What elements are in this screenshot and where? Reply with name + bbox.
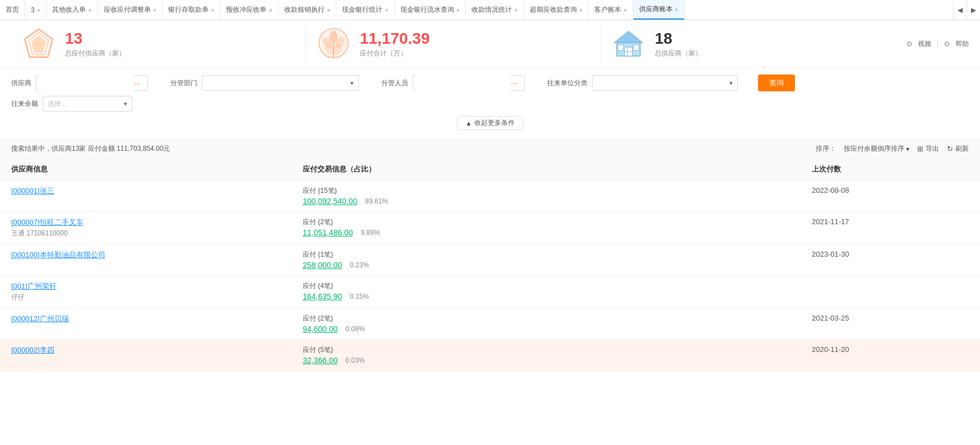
tab-close-btn[interactable]: × xyxy=(211,7,214,13)
nav-tab-overdue-ar[interactable]: 超期应收款查询× xyxy=(524,0,589,20)
payable-amount[interactable]: 94,600.00 xyxy=(303,325,338,333)
tab-close-btn[interactable]: × xyxy=(623,7,627,13)
nav-tab-bank-deposit[interactable]: 银行存取款单× xyxy=(163,0,220,20)
nav-tab-supplier-ledger[interactable]: 供应商账本× xyxy=(634,0,685,20)
nav-tab-label: 3 xyxy=(31,6,35,14)
payable-amount[interactable]: 11,051,486.00 xyxy=(303,228,353,237)
refresh-button[interactable]: ↻ 刷新 xyxy=(947,144,969,154)
table-row: [000002]李四 应付 (5笔) 32,366.00 0.03% 2020-… xyxy=(0,340,980,371)
table-row: [000012]广州贝瑞 应付 (2笔) 94,600.00 0.08% 202… xyxy=(0,308,980,340)
supplier-cell: [000007]恒旺二手叉车 王通 17106110000 xyxy=(11,217,303,238)
col-supplier-header: 供应商信息 xyxy=(11,164,303,174)
table-header: 供应商信息 应付交易信息（占比） 上次付数 xyxy=(0,159,980,180)
balance-select[interactable]: 选择... ▾ xyxy=(43,96,132,112)
supplier-cell: [001]广州荣轩 仔仔 xyxy=(11,281,303,302)
category-select[interactable]: ▾ xyxy=(592,75,738,91)
payable-cell: 应付 (2笔) 11,051,486.00 9.89% xyxy=(303,217,812,237)
supplier-link[interactable]: [000002]李四 xyxy=(11,346,54,354)
payable-percent: 0.03% xyxy=(345,356,364,364)
nav-tab-customer-ledger[interactable]: 客户账本× xyxy=(589,0,633,20)
stats-bar: 13 总应付供应商（家） 11,170.39 应付合计（万） xyxy=(0,20,980,68)
collapse-icon: ▲ xyxy=(465,119,472,127)
payable-cell: 应付 (4笔) 164,635.90 0.15% xyxy=(303,281,812,301)
supplier-dots[interactable]: ··· xyxy=(134,78,141,87)
filter-row-1: 供应商 ··· 分管部门 ▾ 分管人员 ··· 往来单位分类 xyxy=(11,75,969,91)
nav-tab-payment-verify[interactable]: 收款核销执行× xyxy=(279,0,336,20)
results-summary: 搜索结果中，供应商13家 应付金额 111,703,854.00元 xyxy=(11,144,170,154)
nav-tab-tab3[interactable]: 3× xyxy=(25,0,47,20)
payable-amount[interactable]: 32,366.00 xyxy=(303,356,338,365)
nav-tab-ar-ap-adjust[interactable]: 应收应付调整单× xyxy=(98,0,163,20)
category-arrow: ▾ xyxy=(729,80,733,87)
nav-tab-other-income[interactable]: 其他收入单× xyxy=(47,0,98,20)
col-payable-header: 应付交易信息（占比） xyxy=(303,164,812,174)
nav-tab-cash-stat[interactable]: 现金银行统计× xyxy=(336,0,394,20)
tab-close-btn[interactable]: × xyxy=(88,7,91,13)
refresh-icon: ↻ xyxy=(947,145,953,153)
filter-balance: 往来余额 选择... ▾ xyxy=(11,96,132,112)
tab-close-btn[interactable]: × xyxy=(514,7,517,13)
stat-payable-amount: 11,170.39 应付合计（万） xyxy=(306,27,601,61)
payable-count: (2笔) xyxy=(318,218,333,226)
payable-count: (2笔) xyxy=(318,314,333,322)
collapse-button[interactable]: ▲ 收起更多条件 xyxy=(457,116,523,130)
tab-close-btn[interactable]: × xyxy=(327,7,330,13)
tab-close-btn[interactable]: × xyxy=(269,7,272,13)
nav-tab-label: 供应商账本 xyxy=(639,4,673,14)
tab-close-btn[interactable]: × xyxy=(675,6,678,13)
person-input[interactable] xyxy=(415,75,511,91)
table-row: [000007]恒旺二手叉车 王通 17106110000 应付 (2笔) 11… xyxy=(0,212,980,244)
supplier-link[interactable]: [000001]张三 xyxy=(11,187,54,195)
supplier-link[interactable]: [000012]广州贝瑞 xyxy=(11,314,69,323)
filter-bar: 供应商 ··· 分管部门 ▾ 分管人员 ··· 往来单位分类 xyxy=(0,68,980,140)
last-pay-cell: 2021-11-17 xyxy=(812,217,969,226)
payable-amount[interactable]: 164,635.90 xyxy=(303,292,342,301)
tab-close-btn[interactable]: × xyxy=(37,7,40,13)
stat-total-suppliers-value: 18 xyxy=(655,29,702,48)
tab-close-btn[interactable]: × xyxy=(456,7,460,13)
supplier-cell: [000100]本特勤油品有限公司 xyxy=(11,250,303,260)
person-dots[interactable]: ··· xyxy=(511,78,517,87)
nav-tab-home[interactable]: 首页 xyxy=(0,0,25,20)
payable-count: (15笔) xyxy=(318,187,336,194)
nav-tab-label: 现金银行流水查询 xyxy=(400,5,454,15)
nav-tab-label: 客户账本 xyxy=(594,5,621,15)
stat-total-suppliers-content: 18 总供应商（家） xyxy=(655,29,702,59)
department-select[interactable]: ▾ xyxy=(202,75,359,91)
category-label: 往来单位分类 xyxy=(547,78,588,88)
supplier-input[interactable] xyxy=(39,75,134,91)
top-navigation: 首页3×其他收入单×应收应付调整单×银行存取款单×预收冲应收单×收款核销执行×现… xyxy=(0,0,980,20)
payable-label: 应付 (2笔) xyxy=(303,217,812,227)
export-label: 导出 xyxy=(926,144,939,154)
payable-label: 应付 (4笔) xyxy=(303,281,812,291)
tab-close-btn[interactable]: × xyxy=(385,7,388,13)
payable-percent: 0.23% xyxy=(350,261,369,269)
svg-rect-13 xyxy=(618,45,623,50)
nav-tab-cash-flow[interactable]: 现金银行流水查询× xyxy=(395,0,466,20)
video-link[interactable]: 视频 xyxy=(918,39,931,49)
supplier-link[interactable]: [000007]恒旺二手叉车 xyxy=(11,218,84,226)
payable-cell: 应付 (1笔) 258,000.00 0.23% xyxy=(303,250,812,270)
stat-payable-suppliers-label: 总应付供应商（家） xyxy=(65,49,126,58)
payable-label: 应付 (15笔) xyxy=(303,186,812,196)
export-button[interactable]: ⊞ 导出 xyxy=(917,144,939,154)
supplier-link[interactable]: [000100]本特勤油品有限公司 xyxy=(11,251,105,259)
grain-icon xyxy=(317,27,351,61)
nav-prev-button[interactable]: ◀ xyxy=(953,0,967,20)
nav-tab-pre-receive[interactable]: 预收冲应收单× xyxy=(220,0,278,20)
payable-amount[interactable]: 100,092,540.00 xyxy=(303,197,357,206)
sort-select[interactable]: 按应付余额倒序排序 ▾ xyxy=(844,144,909,154)
nav-tab-receipt-stat[interactable]: 收款情况统计× xyxy=(466,0,524,20)
payable-percent: 0.15% xyxy=(350,293,369,300)
search-button[interactable]: 查询 xyxy=(758,75,795,91)
payable-amount[interactable]: 258,000.00 xyxy=(303,261,342,270)
sort-label: 排序： xyxy=(816,144,836,154)
nav-next-button[interactable]: ▶ xyxy=(967,0,980,20)
nav-tab-label: 预收冲应收单 xyxy=(226,5,266,15)
help-icon: ⊙ xyxy=(944,40,950,48)
tab-close-btn[interactable]: × xyxy=(153,7,156,13)
supplier-link[interactable]: [001]广州荣轩 xyxy=(11,282,57,290)
help-link[interactable]: 帮助 xyxy=(955,39,969,49)
tab-close-btn[interactable]: × xyxy=(579,7,583,13)
filter-row-2: 往来余额 选择... ▾ xyxy=(11,96,969,112)
